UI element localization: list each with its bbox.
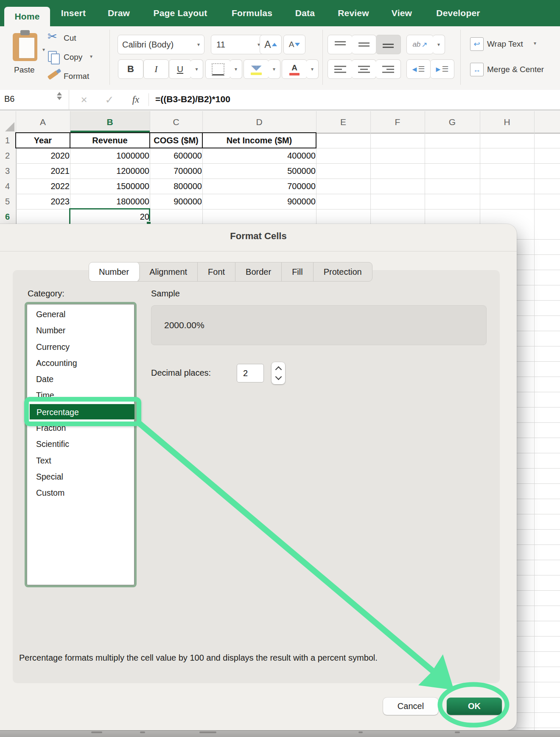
wrap-text-button[interactable]: Wrap Text [487,39,523,49]
column-header-I[interactable]: I [534,111,560,133]
ribbon-tab-review[interactable]: Review [338,0,369,26]
dialog-tab-number[interactable]: Number [89,262,139,282]
table-cell[interactable]: 400000 [202,148,319,163]
fill-color-button[interactable]: ◥◤ [244,59,269,79]
underline-dropdown-icon[interactable]: ▾ [190,59,203,79]
fill-handle[interactable] [146,221,151,224]
orientation-button[interactable]: ab↗ [406,35,434,54]
copy-dropdown-icon[interactable]: ▾ [90,53,92,59]
decimal-places-input[interactable]: 2 [237,364,264,382]
font-color-button[interactable]: A [282,59,307,79]
stepper-up-icon[interactable] [275,366,282,373]
ribbon-tab-developer[interactable]: Developer [436,0,480,26]
table-cell[interactable]: 700000 [150,164,206,178]
borders-button[interactable] [205,59,231,79]
row-header-2[interactable]: 2 [0,148,15,163]
table-cell[interactable]: 1800000 [70,194,153,209]
ribbon-tab-home[interactable]: Home [4,7,50,26]
underline-button[interactable]: U [169,59,191,79]
category-item-general[interactable]: General [27,306,134,322]
ribbon-tab-formulas[interactable]: Formulas [232,0,272,26]
fill-color-dropdown-icon[interactable]: ▾ [268,59,280,79]
italic-button[interactable]: I [143,59,169,79]
dialog-tab-border[interactable]: Border [235,262,282,281]
copy-button[interactable]: Copy [64,53,82,62]
table-cell[interactable]: 1500000 [70,179,153,193]
font-color-dropdown-icon[interactable]: ▾ [306,59,319,79]
align-right-button[interactable] [376,59,401,79]
align-left-button[interactable] [328,59,353,79]
table-cell[interactable]: 900000 [150,194,206,209]
column-header-A[interactable]: A [16,111,70,133]
table-cell[interactable]: 2023 [16,194,73,209]
ribbon-tab-page-layout[interactable]: Page Layout [153,0,208,26]
category-item-custom[interactable]: Custom [27,485,134,501]
align-top-button[interactable] [328,35,353,54]
table-cell[interactable]: 500000 [202,164,319,178]
align-center-button[interactable] [352,59,376,79]
wrap-text-dropdown-icon[interactable]: ▾ [534,40,536,46]
increase-font-size-button[interactable]: A [260,35,282,54]
column-header-D[interactable]: D [202,111,316,133]
category-listbox[interactable]: GeneralNumberCurrencyAccountingDateTimeP… [25,302,137,587]
bold-button[interactable]: B [118,59,143,79]
select-all-button[interactable] [0,111,16,133]
row-header-3[interactable]: 3 [0,163,15,179]
table-cell[interactable]: 600000 [150,148,206,163]
font-name-select[interactable]: Calibri (Body) ▾ [118,35,204,54]
decimal-places-stepper[interactable] [272,362,285,384]
increase-indent-button[interactable]: ▶☰ [431,59,454,79]
cancel-button[interactable]: Cancel [383,698,438,715]
table-cell[interactable]: 700000 [202,179,319,193]
column-header-H[interactable]: H [480,111,534,133]
decrease-indent-button[interactable]: ◀☰ [406,59,431,79]
table-cell[interactable]: 800000 [150,179,206,193]
table-cell[interactable]: 2022 [16,179,73,193]
ribbon-tab-view[interactable]: View [386,0,417,26]
category-item-scientific[interactable]: Scientific [27,436,134,452]
column-header-B[interactable]: B [70,111,150,133]
orientation-dropdown-icon[interactable]: ▾ [433,35,445,54]
category-item-accounting[interactable]: Accounting [27,355,134,371]
row-header-6[interactable]: 6 [0,209,15,224]
dialog-tab-font[interactable]: Font [198,262,235,281]
row-header-5[interactable]: 5 [0,194,15,209]
align-middle-button[interactable] [352,35,376,54]
column-header-F[interactable]: F [370,111,425,133]
table-cell[interactable]: 2021 [16,164,73,178]
table-cell[interactable]: 1000000 [70,148,153,163]
paste-button[interactable]: Paste [14,65,35,75]
borders-dropdown-icon[interactable]: ▾ [230,59,242,79]
category-item-special[interactable]: Special [27,469,134,485]
row-header-4[interactable]: 4 [0,179,15,194]
format-painter-button[interactable]: Format [64,72,89,81]
decrease-font-size-button[interactable]: A [283,35,305,54]
column-header-G[interactable]: G [425,111,480,133]
cut-button[interactable]: Cut [64,34,76,43]
name-box[interactable]: B6 [0,90,69,109]
paste-dropdown-icon[interactable]: ▾ [42,47,45,53]
ribbon-tab-draw[interactable]: Draw [105,0,132,26]
ribbon-tab-data[interactable]: Data [294,0,316,26]
align-bottom-button[interactable] [376,35,401,54]
active-cell-selection[interactable] [69,208,150,224]
font-size-select[interactable]: 11 ▾ [211,35,266,54]
spreadsheet-grid[interactable]: ABCDEFGHI123456YearRevenueCOGS ($M)Net I… [0,111,560,224]
confirm-entry-icon[interactable]: ✓ [101,90,118,109]
cancel-entry-icon[interactable]: × [76,90,92,109]
column-header-E[interactable]: E [316,111,370,133]
merge-center-button[interactable]: Merge & Center [487,65,544,74]
ok-button[interactable]: OK [447,698,502,715]
table-cell[interactable]: 900000 [202,194,319,209]
name-box-stepper[interactable] [57,92,62,100]
category-item-number[interactable]: Number [27,322,134,338]
stepper-down-icon[interactable] [275,374,282,380]
formula-input[interactable]: =((B3-B2)/B2)*100 [155,94,230,104]
category-item-currency[interactable]: Currency [27,339,134,355]
category-item-text[interactable]: Text [27,452,134,469]
ribbon-tab-insert[interactable]: Insert [59,0,87,26]
column-header-C[interactable]: C [150,111,202,133]
dialog-tab-fill[interactable]: Fill [282,262,314,281]
row-header-1[interactable]: 1 [0,133,15,148]
insert-function-icon[interactable]: fx [127,90,144,109]
